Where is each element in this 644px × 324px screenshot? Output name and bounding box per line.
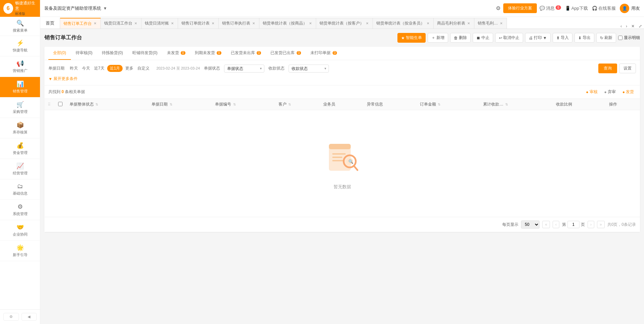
page-size-select[interactable]: 50 20 100 (521, 220, 540, 229)
cancel-audit-action-btn[interactable]: ● 弃审 (602, 88, 618, 96)
sort-status-icon[interactable]: ⇅ (95, 103, 98, 106)
sidebar-item-basic[interactable]: 🗂 基础信息 (0, 179, 40, 200)
export-btn[interactable]: ⬇ 导出 (574, 33, 594, 43)
stop-btn[interactable]: ⏹ 中止 (473, 33, 493, 43)
subtab-shipped-not-out[interactable]: 已发货未出库 0 (226, 47, 266, 60)
sidebar-item-system-label: 系统管理 (13, 211, 28, 216)
tab-order-stats[interactable]: 销售订单统计表 ✕ (178, 18, 219, 29)
tab-daily-clear[interactable]: 钱货日清工作台 ✕ (101, 18, 141, 29)
sidebar-item-guide-label: 新手引导 (13, 252, 28, 257)
sidebar-item-guide[interactable]: 🌟 新手引导 (0, 241, 40, 261)
subtab-pending-audit[interactable]: 待审核(0) (71, 47, 97, 60)
print-btn[interactable]: 🖨 打印 ▼ (525, 33, 551, 43)
message-btn[interactable]: 💬 消息 6 (540, 5, 561, 11)
payment-filter-select[interactable]: 收款状态 (289, 65, 329, 73)
sidebar-item-purchase[interactable]: 🛒 采购管理 (0, 97, 40, 118)
sidebar-item-operation[interactable]: 📈 经营管理 (0, 159, 40, 179)
add-btn[interactable]: ＋ 新增 (428, 33, 448, 43)
sidebar-item-finance[interactable]: 💰 资金管理 (0, 138, 40, 159)
date-btn-more[interactable]: 更多 (124, 65, 135, 72)
select-all-checkbox[interactable] (58, 102, 62, 106)
date-btn-yesterday[interactable]: 昨天 (69, 65, 79, 72)
sidebar-item-inventory[interactable]: 📦 库存核算 (0, 118, 40, 138)
date-btn-7days[interactable]: 近7天 (93, 65, 106, 72)
sort-number-icon[interactable]: ⇅ (233, 103, 236, 106)
tab-gross-margin[interactable]: 商品毛利分析表 ✕ (434, 18, 474, 29)
sort-amount-icon[interactable]: ⇅ (438, 103, 440, 106)
tab-sales-gross[interactable]: 销售毛利… ✕ (474, 18, 507, 29)
sidebar-item-sales-label: 销售管理 (13, 89, 28, 94)
expand-filter-btn[interactable]: ▼ 展开更多条件 (48, 76, 78, 82)
sidebar-item-quicknav[interactable]: ⚡ 快捷导航 (0, 36, 40, 56)
tab-prev-btn[interactable]: ‹ (618, 24, 624, 29)
tab-order-exec[interactable]: 销售订单执行表 ✕ (219, 18, 259, 29)
delete-btn[interactable]: 🗑 删除 (450, 33, 471, 43)
tab-next-btn[interactable]: › (624, 24, 629, 29)
sidebar-item-sales[interactable]: 📊 销售管理 (0, 77, 40, 97)
subtab-wangpu-ship[interactable]: 旺铺待发货(0) (128, 47, 162, 60)
next-page-btn[interactable]: › (588, 221, 594, 228)
refresh-btn[interactable]: ↻ 刷新 (596, 33, 616, 43)
topbar-gear-btn[interactable]: ⚙ (496, 5, 501, 11)
date-btn-1month[interactable]: 近1月 (107, 65, 123, 72)
tab-sales-workbench-close[interactable]: ✕ (93, 22, 97, 26)
tab-close-all-btn[interactable]: ✕ (629, 24, 637, 29)
tab-reconcile[interactable]: 钱货日清对账 ✕ (141, 18, 178, 29)
sidebar-collapse-btn[interactable]: ◀ (22, 313, 37, 321)
trial-btn[interactable]: 体验行业方案 (503, 3, 537, 13)
tab-sales-goods-close[interactable]: ✕ (308, 22, 312, 26)
show-detail-input[interactable] (618, 36, 622, 40)
cancel-stop-btn[interactable]: ↩ 取消中止 (495, 33, 523, 43)
subtab-shipped-out[interactable]: 已发货已出库 0 (266, 47, 306, 60)
tab-sales-customer[interactable]: 销货单统计表（按客户） ✕ (316, 18, 373, 29)
online-service-btn[interactable]: 🎧 在线客服 (592, 5, 616, 11)
query-btn[interactable]: 查询 (598, 64, 617, 73)
show-detail-checkbox[interactable]: 显示明细 (618, 35, 640, 41)
date-btn-today[interactable]: 今天 (81, 65, 91, 72)
date-btn-custom[interactable]: 自定义 (136, 65, 151, 72)
smart-create-label: 智能生单 (406, 35, 422, 41)
last-page-btn[interactable]: » (597, 221, 605, 228)
tab-sales-salesperson-close[interactable]: ✕ (426, 22, 430, 26)
sidebar-settings-btn[interactable]: ⚙ (3, 313, 19, 321)
tab-daily-clear-close[interactable]: ✕ (134, 22, 138, 26)
sidebar-item-marketing[interactable]: 📢 营销推广 (0, 56, 40, 77)
import-btn[interactable]: ⬆ 导入 (553, 33, 572, 43)
tab-sales-salesperson[interactable]: 销货单统计表（按业务员） ✕ (373, 18, 434, 29)
sidebar-item-enterprise[interactable]: 🤝 企业协同 (0, 220, 40, 241)
tab-sales-goods[interactable]: 销货单统计表（按商品） ✕ (259, 18, 316, 29)
subtab-not-shipped[interactable]: 未发货 0 (162, 47, 190, 60)
sort-collected-icon[interactable]: ⇅ (505, 103, 508, 106)
subtab-all[interactable]: 全部(0) (48, 47, 71, 60)
ship-action-btn[interactable]: ● 发货 (620, 88, 636, 96)
tab-gross-margin-close[interactable]: ✕ (467, 22, 471, 26)
subtab-not-printed[interactable]: 未打印单据 0 (306, 47, 342, 60)
page-title: 销售订单工作台 (44, 34, 82, 41)
col-customer: 客户 ⇅ (275, 99, 320, 110)
subtab-overdue-ship[interactable]: 到期未发货 0 (190, 47, 226, 60)
sidebar-item-search[interactable]: 🔍 搜索菜单 (0, 17, 40, 36)
first-page-btn[interactable]: « (542, 221, 550, 228)
subtab-pending-inspect[interactable]: 待拣验货(0) (97, 47, 128, 60)
page-number-input[interactable] (567, 221, 579, 228)
sort-customer-icon[interactable]: ⇅ (288, 103, 291, 106)
audit-action-btn[interactable]: ● 审核 (584, 88, 599, 96)
tab-home[interactable]: 首页 (40, 18, 60, 29)
prev-page-btn[interactable]: ‹ (553, 221, 559, 228)
app-download-btn[interactable]: 📱 App下载 (565, 5, 588, 11)
filter-setting-btn[interactable]: 设置 (619, 64, 636, 73)
tab-order-stats-close[interactable]: ✕ (211, 22, 215, 26)
sort-date-icon[interactable]: ⇅ (170, 103, 172, 106)
tab-sales-workbench[interactable]: 销售订单工作台 ✕ (60, 18, 101, 29)
status-filter-select[interactable]: 单据状态 (224, 65, 264, 73)
tab-maximize-btn[interactable]: ⤢ (637, 24, 644, 29)
smart-create-btn[interactable]: ★ 智能生单 (397, 33, 426, 43)
tab-order-exec-close[interactable]: ✕ (252, 22, 256, 26)
sidebar-item-system[interactable]: ⚙ 系统管理 (0, 200, 40, 220)
tab-reconcile-close[interactable]: ✕ (170, 22, 174, 26)
system-dropdown-btn[interactable]: ▼ (103, 6, 107, 11)
tab-sales-customer-close[interactable]: ✕ (365, 22, 369, 26)
tab-sales-gross-close[interactable]: ✕ (499, 22, 503, 26)
user-menu[interactable]: 👤 用友 (620, 4, 640, 13)
data-table: ⠿ 单据整体状态 ⇅ 单据日期 ⇅ (44, 99, 640, 110)
